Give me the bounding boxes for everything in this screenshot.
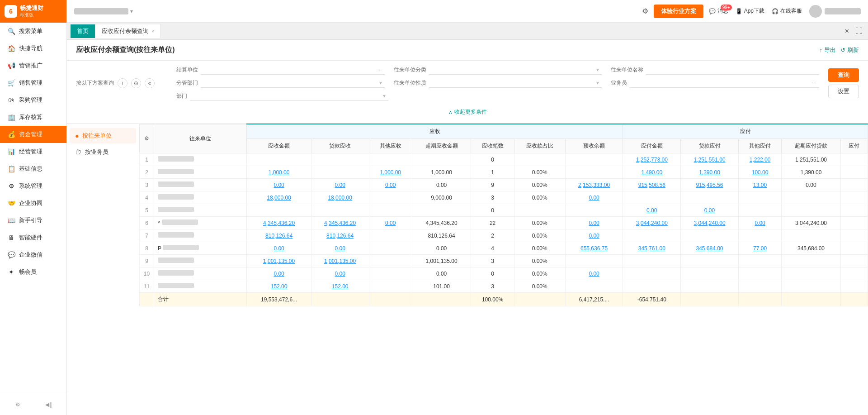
by-unit-icon: ● [75,132,79,139]
filter-collapse-button[interactable]: « [145,78,155,88]
left-panel-item-by-staff[interactable]: ⏱ 按业务员 [70,144,136,160]
logo-icon: 6 [5,5,17,18]
sidebar-footer: ⚙ ◀‖ [0,394,66,415]
filter-fields-group: 结算单位 ··· 往来单位分类 ▾ [176,65,819,101]
sidebar-item-sales[interactable]: 🛒 销售管理 [0,74,66,91]
filter-jisuandanwei-input[interactable]: ··· [201,65,385,75]
sidebar-collapse-btn[interactable]: ◀‖ [35,399,62,410]
filter-yewuyuan: 业务员 ··· [611,78,819,88]
sidebar-item-wechat[interactable]: 💬 企业微信 [0,246,66,263]
logo-name: 畅捷通财 [20,5,43,12]
app-icon: 📱 [736,8,742,14]
sidebar-item-basic[interactable]: 📋 基础信息 [0,160,66,177]
settings-button[interactable]: 设置 [828,85,859,98]
topbar-gear-icon[interactable]: ⚙ [642,7,648,15]
sidebar-item-collab[interactable]: 🤝 企业协同 [0,195,66,212]
yewuyuan-dots: ··· [812,80,816,86]
sidebar-item-stock[interactable]: 🏢 库存核算 [0,109,66,126]
col-yf-dk: 贷款应付 [681,139,739,153]
window-expand-button[interactable]: ⛶ [854,25,864,37]
export-label: 导出 [824,46,836,54]
member-icon: ✦ [7,268,15,276]
col-yf-bl: 应付 [840,139,868,153]
filter-yewuyuan-input[interactable]: ··· [630,78,819,88]
filter-row-2: 分管部门 ▾ 往来单位性质 ▾ [176,78,819,88]
row-number: 7 [140,229,154,242]
unit-cell: ^ [154,217,247,229]
filter-xinzhi-select[interactable]: ▾ [429,78,602,88]
refresh-button[interactable]: ↺ 刷新 [840,46,859,54]
sidebar-menu: 🔍 搜索菜单 🏠 快捷导航 📢 营销推广 🛒 销售管理 🛍 采购管理 🏢 库存核… [0,23,66,394]
unit-cell: P [154,242,247,255]
wechat-icon: 💬 [7,251,15,258]
collab-icon: 🤝 [7,200,15,207]
row-number: 1 [140,153,154,166]
filter-collapse-more[interactable]: ∧ 收起更多条件 [76,105,859,119]
unit-cell [154,229,247,242]
filter-add-button[interactable]: + [118,78,127,88]
purchase-icon: 🛍 [7,96,15,104]
sidebar-item-member[interactable]: ✦ 畅会员 [0,263,66,281]
sidebar-item-search[interactable]: 🔍 搜索菜单 [0,23,66,40]
filter-label-xinzhi: 往来单位性质 [394,79,426,87]
user-area[interactable] [809,5,861,18]
window-close-button[interactable]: × [843,25,851,37]
filter-fenguan-select[interactable]: ▾ [201,78,385,88]
avatar [809,5,822,18]
sidebar-item-system[interactable]: ⚙ 系统管理 [0,177,66,195]
refresh-icon: ↺ [840,47,845,53]
sidebar-item-hardware[interactable]: 🖥 智能硬件 [0,229,66,246]
topbar-app-download-button[interactable]: 📱 App下载 [736,7,764,15]
col-yf-cq: 超期应付贷款 [782,139,841,153]
table-row: 21,000.001,000.001,000.0010.00%1,490.001… [140,166,868,179]
tab-home[interactable]: 首页 [71,24,95,38]
table-settings-icon[interactable]: ⚙ [144,135,149,142]
sidebar-item-label: 快捷导航 [19,44,42,52]
main-content: ▾ ⚙ 体验行业方案 💬 消息 99+ 📱 App下载 🎧 在线客服 [67,0,868,415]
table-row: 101,252,773.001,251,551.001,222.001,251,… [140,153,868,166]
sidebar-settings-btn[interactable]: ⚙ [5,399,32,410]
filter-label-yewuyuan: 业务员 [611,79,627,87]
filter-settings-button[interactable]: ⊙ [131,78,141,88]
filter-buttons: 查询 设置 [828,68,859,98]
filter-wanglaifenlei-select[interactable]: ▾ [429,65,602,75]
sidebar-item-label: 资金管理 [19,130,42,138]
filter-bumen-select[interactable]: ▾ [190,91,388,101]
sidebar-item-operation[interactable]: 📊 经营管理 [0,143,66,160]
sidebar-item-label: 新手引导 [19,216,42,224]
by-staff-label: 按业务员 [85,148,108,156]
query-button[interactable]: 查询 [828,68,859,82]
sidebar-item-label: 经营管理 [19,148,42,156]
tab-receivable-payable[interactable]: 应收应付余额查询 × [95,24,161,38]
sidebar-item-purchase[interactable]: 🛍 采购管理 [0,91,66,109]
industry-solution-button[interactable]: 体验行业方案 [654,5,703,18]
jisuandanwei-dots: ··· [377,67,382,73]
sidebar-item-label: 采购管理 [19,96,42,104]
table-settings-header[interactable]: ⚙ [140,124,154,153]
search-icon: 🔍 [7,28,15,35]
unit-cell [154,153,247,166]
topbar-message-button[interactable]: 💬 消息 99+ [709,7,728,15]
left-panel-item-by-unit[interactable]: ● 按往来单位 [70,128,136,143]
page-title: 应收应付余额查询(按往来单位) [76,45,175,55]
topbar-right: 💬 消息 99+ 📱 App下载 🎧 在线客服 [709,5,861,18]
col-yf-qt: 其他应付 [738,139,781,153]
table-row: 6^ 4,345,436.204,345,436.200.004,345,436… [140,217,868,229]
topbar-online-service-button[interactable]: 🎧 在线客服 [772,7,802,15]
total-ys-yu: 6,417,215.... [565,293,623,306]
filter-wanglaiming-input[interactable] [646,65,819,75]
export-icon: ↑ [820,47,823,53]
sidebar-item-shortcut[interactable]: 🏠 快捷导航 [0,40,66,57]
sidebar-item-guide[interactable]: 📖 新手引导 [0,212,66,229]
sidebar-item-label: 智能硬件 [19,234,42,242]
tab-close-icon[interactable]: × [151,29,154,34]
sidebar-item-marketing[interactable]: 📢 营销推广 [0,57,66,74]
export-button[interactable]: ↑ 导出 [820,46,836,54]
table-area: ⚙ 往来单位 应收 应付 应收金额 贷款应收 其他应收 超期应收金额 应收笔数 [139,124,868,415]
row-number: 5 [140,204,154,217]
sidebar-item-label: 营销推广 [19,62,42,70]
sidebar-item-finance[interactable]: 💰 资金管理 [0,126,66,143]
app-label: App下载 [744,7,764,15]
col-group-yingfu: 应付 [623,124,868,139]
filter-wanglaifenlei: 往来单位分类 ▾ [394,65,602,75]
